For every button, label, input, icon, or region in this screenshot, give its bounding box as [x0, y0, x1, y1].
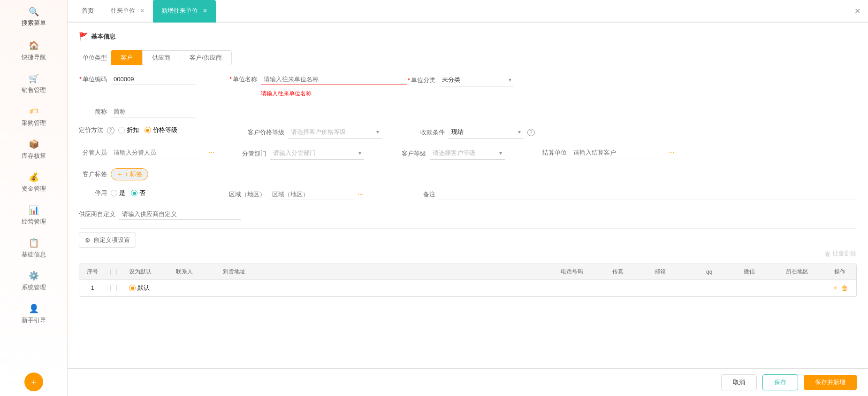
wechat-input[interactable]	[744, 285, 777, 292]
sidebar-add-btn[interactable]: ＋	[24, 373, 43, 391]
manager-label: 分管人员	[79, 148, 107, 157]
sidebar-search[interactable]: 🔍 搜索菜单	[0, 0, 67, 34]
tag-icon: 🏷	[28, 106, 39, 117]
settlement-unit-more-btn[interactable]: ···	[668, 148, 674, 157]
cell-region[interactable]	[781, 281, 823, 295]
supplier-custom-input[interactable]	[119, 209, 241, 220]
delete-row-icon[interactable]: 🗑	[841, 284, 848, 292]
disabled-row: 停用 是 否 区域（地区） ···	[79, 189, 857, 200]
contact-input[interactable]	[176, 285, 213, 292]
sidebar-item-system[interactable]: ⚙️ 系统管理	[0, 264, 67, 297]
batch-delete-label[interactable]: 批量删除	[832, 249, 857, 258]
region-table-input[interactable]	[786, 285, 819, 292]
customer-price-level-select[interactable]: 请选择客户价格等级 ▾	[288, 126, 382, 139]
sidebar-item-sales[interactable]: 🛒 销售管理	[0, 67, 67, 100]
pricing-method-help-icon[interactable]: ?	[107, 127, 114, 134]
fax-input[interactable]	[612, 285, 645, 292]
row-checkbox[interactable]	[110, 285, 117, 291]
address-input[interactable]	[223, 285, 551, 292]
customer-tags-row: 客户标签 ＋ + 标签	[79, 168, 857, 180]
unit-code-input[interactable]	[111, 74, 195, 85]
payment-terms-help-icon[interactable]: ?	[527, 129, 535, 136]
tab-new-counterpart-close[interactable]: ✕	[203, 8, 207, 14]
cancel-button[interactable]: 取消	[721, 374, 757, 390]
pricing-row: 定价方法 ? 折扣 价格等级 客户价格等级	[79, 126, 857, 139]
gear-icon: ⚙️	[28, 270, 39, 281]
chevron-down-icon: ▾	[376, 129, 379, 135]
pricing-level-radio[interactable]: 价格等级	[145, 126, 177, 134]
sidebar-item-basic[interactable]: 📋 基础信息	[0, 232, 67, 264]
col-email-header: 邮箱	[650, 264, 701, 280]
disabled-radio-group: 是 否	[111, 189, 145, 197]
unit-category-select[interactable]: 未分类 ▾	[439, 74, 514, 86]
abbreviation-input[interactable]	[111, 106, 195, 117]
cell-email[interactable]	[650, 281, 701, 295]
col-qq-header: qq	[701, 265, 739, 279]
unit-btn-supplier[interactable]: 供应商	[142, 50, 180, 65]
save-and-new-button[interactable]: 保存并新增	[804, 375, 857, 390]
chevron-down-icon: ▾	[518, 129, 521, 135]
customer-level-select[interactable]: 请选择客户等级 ▾	[430, 147, 505, 160]
sidebar-item-inventory[interactable]: 📦 库存核算	[0, 133, 67, 166]
sidebar-item-operations[interactable]: 📊 经营管理	[0, 199, 67, 232]
remark-group: 备注	[407, 189, 857, 200]
tag-label: + 标签	[125, 170, 142, 179]
qq-input[interactable]	[706, 285, 734, 292]
cell-check[interactable]	[106, 281, 124, 295]
unit-name-error: 请输入往来单位名称	[261, 90, 312, 98]
tab-counterparts[interactable]: 往来单位 ✕	[102, 0, 153, 23]
col-phone-header: 电话号码	[556, 264, 608, 280]
tab-new-counterpart-label: 新增往来单位	[161, 7, 198, 15]
add-row-icon[interactable]: ＋	[832, 284, 838, 292]
supplier-custom-row: 供应商自定义	[79, 209, 857, 220]
sidebar-item-label: 新手引导	[22, 316, 46, 325]
cell-contact[interactable]	[171, 281, 218, 295]
region-input[interactable]	[269, 189, 354, 200]
payment-terms-select[interactable]: 现结 ▾	[449, 126, 524, 139]
header-checkbox[interactable]	[110, 269, 117, 275]
settlement-unit-input[interactable]	[571, 147, 664, 158]
remark-input[interactable]	[439, 189, 857, 200]
customer-level-label: 客户等级	[398, 149, 426, 158]
section-title-text: 基本信息	[91, 32, 115, 41]
disabled-no-radio[interactable]: 否	[131, 189, 145, 197]
search-icon: 🔍	[29, 7, 39, 17]
department-select[interactable]: 请输入分管部门 ▾	[270, 147, 364, 160]
cell-qq[interactable]	[701, 281, 739, 295]
phone-input[interactable]	[561, 285, 603, 292]
add-tag-button[interactable]: ＋ + 标签	[111, 168, 148, 180]
cart-icon: 🛒	[28, 73, 39, 84]
unit-name-input[interactable]	[261, 74, 407, 85]
sidebar-item-quick-nav[interactable]: 🏠 快捷导航	[0, 34, 67, 67]
pricing-method-label: 定价方法 ?	[79, 126, 114, 134]
divider	[79, 228, 857, 229]
window-close-button[interactable]: ✕	[854, 7, 860, 16]
cell-fax[interactable]	[608, 281, 650, 295]
region-more-btn[interactable]: ···	[358, 190, 364, 199]
tab-home[interactable]: 首页	[73, 0, 102, 23]
unit-btn-both[interactable]: 客户/供应商	[180, 50, 232, 65]
cell-wechat[interactable]	[739, 281, 781, 295]
manager-input[interactable]	[111, 147, 205, 158]
email-input[interactable]	[655, 285, 697, 292]
sidebar-item-purchase[interactable]: 🏷 采购管理	[0, 100, 67, 133]
tab-counterparts-close[interactable]: ✕	[140, 8, 145, 14]
col-address-header: 到货地址	[218, 264, 556, 280]
col-seq-header: 序号	[79, 264, 106, 280]
sidebar-item-newbie[interactable]: 👤 新手引导	[0, 297, 67, 330]
customer-price-level-group: 客户价格等级 请选择客户价格等级 ▾	[248, 126, 417, 139]
unit-btn-customer[interactable]: 客户	[111, 50, 142, 65]
disabled-yes-radio[interactable]: 是	[111, 189, 125, 197]
cell-phone[interactable]	[556, 281, 608, 295]
custom-settings-button[interactable]: ⚙ 自定义项设置	[79, 233, 136, 248]
chart-icon: 📊	[28, 204, 39, 216]
manager-more-btn[interactable]: ···	[208, 148, 214, 157]
sidebar-item-finance[interactable]: 💰 资金管理	[0, 166, 67, 199]
cell-address[interactable]	[218, 281, 556, 295]
customer-price-level-placeholder: 请选择客户价格等级	[291, 128, 346, 136]
unit-name-label: *单位名称	[229, 75, 257, 84]
default-radio[interactable]: 默认	[129, 284, 167, 292]
tab-new-counterpart[interactable]: 新增往来单位 ✕	[153, 0, 216, 23]
save-button[interactable]: 保存	[762, 374, 798, 390]
pricing-discount-radio[interactable]: 折扣	[118, 126, 139, 134]
